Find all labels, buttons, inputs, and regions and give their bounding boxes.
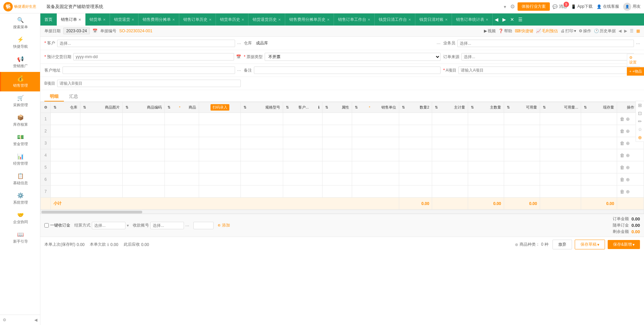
tab-close-sales-return[interactable]: ✕ xyxy=(131,18,134,22)
discard-btn[interactable]: 放弃 xyxy=(553,240,572,249)
row-6-qty2[interactable] xyxy=(399,173,432,186)
row-6-unit[interactable] xyxy=(352,173,399,186)
add-btn[interactable]: ⊕ 添加 xyxy=(218,222,230,228)
row-1-attr[interactable] xyxy=(323,113,352,125)
sidebar-item-inventory[interactable]: 📦 库存核算 xyxy=(0,111,40,130)
tab-close-return-history[interactable]: ✕ xyxy=(278,18,281,22)
row-4-main-unit[interactable] xyxy=(432,149,468,161)
row-7-product[interactable] xyxy=(165,186,199,198)
tab-prev-btn[interactable]: ◀ xyxy=(493,13,500,26)
tab-sales-invoice[interactable]: 销货单 ✕ xyxy=(85,13,110,26)
row-5-available[interactable] xyxy=(504,161,540,173)
addr-dots-btn[interactable]: ··· xyxy=(237,68,241,73)
th-product-img[interactable]: ⇅商品图片 xyxy=(80,102,123,113)
b-project-input[interactable] xyxy=(57,80,241,87)
row-7-code[interactable] xyxy=(122,186,165,198)
tab-close-order-history[interactable]: ✕ xyxy=(209,18,212,22)
row-1-main-unit[interactable] xyxy=(432,113,468,125)
row-5-attr[interactable] xyxy=(323,161,352,173)
row-2-copy-icon[interactable]: ⊕ xyxy=(626,128,630,134)
scan-btn[interactable]: 扫码录入 xyxy=(211,104,229,111)
row-7-stock[interactable] xyxy=(581,186,617,198)
print-link[interactable]: 🖨 打印 ▾ xyxy=(561,28,576,34)
row-7-qty2[interactable] xyxy=(399,186,432,198)
row-2-delete-icon[interactable]: 🗑 xyxy=(620,128,624,134)
row-3-main-unit[interactable] xyxy=(432,137,468,149)
row-4-stock[interactable] xyxy=(581,149,617,161)
row-3-warehouse[interactable] xyxy=(51,137,80,149)
row-7-main-unit[interactable] xyxy=(432,186,468,198)
row-6-available2[interactable] xyxy=(540,173,581,186)
row-1-copy-icon[interactable]: ⊕ xyxy=(626,116,630,122)
th-main-qty[interactable]: ⇅主数量 xyxy=(468,102,504,113)
row-5-main-unit[interactable] xyxy=(432,161,468,173)
order-source-input[interactable] xyxy=(461,53,634,60)
th-main-unit[interactable]: ⇅主计量 xyxy=(432,102,468,113)
row-5-available2[interactable] xyxy=(540,161,581,173)
tab-cashflow-reconcile[interactable]: 钱货日清对账 ✕ xyxy=(415,13,452,26)
row-4-available[interactable] xyxy=(504,149,540,161)
sidebar-item-system[interactable]: ⚙️ 系统管理 xyxy=(0,189,40,208)
rt-btn-2[interactable]: ⊡ xyxy=(636,109,644,117)
row-7-attr[interactable] xyxy=(323,186,352,198)
one-click-checkbox-label[interactable]: 一键收订金 xyxy=(44,222,70,228)
sidebar-item-sales[interactable]: 💰 销售管理 xyxy=(0,72,40,91)
th-qty2[interactable]: ⇅数量2 xyxy=(399,102,432,113)
row-6-customer[interactable] xyxy=(283,173,322,186)
row-6-main-unit[interactable] xyxy=(432,173,468,186)
th-product[interactable]: ⇅* 商品 xyxy=(165,102,199,113)
th-available[interactable]: ⇅可用量 xyxy=(504,102,540,113)
tab-close-sales-stats[interactable]: ✕ xyxy=(486,18,488,22)
settlement-input[interactable] xyxy=(92,222,125,229)
rt-btn-1[interactable]: ⊞ xyxy=(636,101,644,109)
tab-close-expense-history[interactable]: ✕ xyxy=(327,18,330,22)
row-2-img[interactable] xyxy=(80,125,123,137)
row-1-product[interactable] xyxy=(165,113,199,125)
row-7-spec[interactable] xyxy=(241,186,283,198)
industry-btn[interactable]: 体验行业方案 xyxy=(518,2,550,11)
tab-home[interactable]: 首页 xyxy=(40,13,57,26)
row-4-main-qty[interactable] xyxy=(468,149,504,161)
row-4-delete-icon[interactable]: 🗑 xyxy=(620,153,624,158)
row-7-customer[interactable] xyxy=(283,186,322,198)
customer-addr-input[interactable] xyxy=(63,67,235,74)
th-scan[interactable]: 扫码录入 xyxy=(199,102,241,113)
save-new-dropdown-icon[interactable]: ▾ xyxy=(633,242,635,247)
row-5-qty2[interactable] xyxy=(399,161,432,173)
tab-order-workbench[interactable]: 销售订单工作台 ✕ xyxy=(334,13,375,26)
sidebar-item-enterprise[interactable]: 🤝 企业协同 xyxy=(0,208,40,228)
print-dropdown-icon[interactable]: ▾ xyxy=(574,29,576,33)
date-value[interactable]: 2023-03-24 xyxy=(63,28,90,34)
row-3-available2[interactable] xyxy=(540,137,581,149)
ticket-select[interactable]: 不开票 xyxy=(265,53,441,61)
row-6-warehouse[interactable] xyxy=(51,173,80,186)
row-3-attr[interactable] xyxy=(323,137,352,149)
row-4-available2[interactable] xyxy=(540,149,581,161)
nav-next-icon[interactable]: ▶ xyxy=(624,29,627,33)
customer-dots-btn[interactable]: ··· xyxy=(237,41,241,46)
row-4-code[interactable] xyxy=(122,149,165,161)
a-project-input[interactable] xyxy=(458,67,640,74)
row-5-copy-icon[interactable]: ⊕ xyxy=(626,165,630,170)
row-1-scan[interactable] xyxy=(199,113,241,125)
grid-view-icon[interactable]: ▦ xyxy=(636,29,640,33)
row-7-available2[interactable] xyxy=(540,186,581,198)
list-view-icon[interactable]: ☰ xyxy=(630,29,634,33)
tab-close-invoice-history[interactable]: ✕ xyxy=(241,18,244,22)
profit-link[interactable]: 📈 毛利预估 xyxy=(536,28,558,34)
row-2-code[interactable] xyxy=(122,125,165,137)
th-warehouse[interactable]: ⇅仓库 xyxy=(51,102,80,113)
horizontal-scrollbar[interactable] xyxy=(40,210,644,214)
row-1-unit[interactable] xyxy=(352,113,399,125)
row-2-scan[interactable] xyxy=(199,125,241,137)
account-input[interactable] xyxy=(150,222,184,229)
row-6-stock[interactable] xyxy=(581,173,617,186)
row-5-code[interactable] xyxy=(122,161,165,173)
row-4-qty2[interactable] xyxy=(399,149,432,161)
app-download-item[interactable]: 📱 App下载 xyxy=(571,4,593,9)
tab-close-cashflow-workbench[interactable]: ✕ xyxy=(408,18,411,22)
row-2-available2[interactable] xyxy=(540,125,581,137)
save-draft-btn[interactable]: 保存草稿 ▾ xyxy=(575,240,605,249)
th-customer[interactable]: ⇅客户...ℹ xyxy=(283,102,322,113)
detail-tab-huizong[interactable]: 汇总 xyxy=(64,92,83,101)
